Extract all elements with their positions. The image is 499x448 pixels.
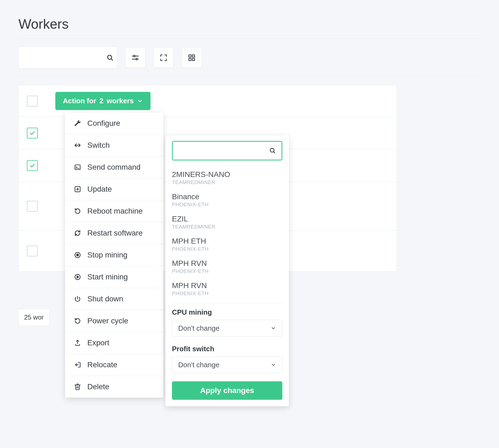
divider: [18, 38, 481, 39]
actions-dropdown: Configure Switch Send command Update Reb…: [65, 112, 163, 398]
action-shut-down[interactable]: Shut down: [65, 288, 163, 310]
relocate-icon: [74, 361, 81, 368]
svg-rect-11: [75, 165, 80, 169]
profit-switch-select[interactable]: Don't change: [172, 356, 282, 373]
pool-option[interactable]: MPH ETH PHOENIX-ETH: [172, 235, 282, 257]
action-label: Delete: [87, 382, 109, 391]
action-label: Relocate: [87, 360, 117, 369]
expand-button[interactable]: [153, 48, 174, 68]
worker-checkbox[interactable]: [27, 246, 38, 256]
action-label: Send command: [87, 163, 140, 172]
action-for-workers-button[interactable]: Action for 2 workers: [55, 92, 151, 110]
pool-search-box[interactable]: [172, 141, 282, 160]
pool-option[interactable]: MPH RVN PHOENIX-ETH: [172, 257, 282, 279]
action-label: Shut down: [87, 295, 123, 303]
action-export[interactable]: Export: [65, 332, 163, 354]
action-label: Stop mining: [87, 251, 127, 259]
trash-icon: [74, 383, 81, 390]
grid-view-button[interactable]: [182, 48, 202, 68]
pool-name: MPH RVN: [172, 281, 282, 290]
action-count: 2: [100, 97, 103, 105]
pool-option[interactable]: Binance PHOENIX-ETH: [172, 190, 282, 212]
pool-search-input[interactable]: [178, 147, 269, 154]
power-cycle-icon: [74, 317, 81, 324]
pool-name: EZIL: [172, 215, 282, 223]
swap-icon: [74, 142, 81, 149]
worker-checkbox[interactable]: [27, 128, 38, 138]
action-label: Start mining: [87, 273, 128, 281]
action-configure[interactable]: Configure: [65, 112, 163, 134]
svg-point-5: [136, 58, 137, 60]
wrench-icon: [74, 120, 81, 127]
pool-option[interactable]: MPH RVN PHOENIX-ETH: [172, 279, 282, 301]
toolbar: [18, 47, 481, 77]
worker-search-input[interactable]: [25, 54, 106, 62]
svg-rect-17: [77, 254, 79, 256]
per-page-label: 25 wor: [24, 314, 44, 321]
page-title: Workers: [18, 16, 481, 32]
worker-checkbox[interactable]: [27, 201, 38, 212]
action-suffix: workers: [107, 97, 134, 105]
pool-name: Binance: [172, 192, 282, 201]
pool-miner: PHOENIX-ETH: [172, 291, 282, 296]
apply-changes-button[interactable]: Apply changes: [172, 381, 282, 400]
action-label: Configure: [87, 119, 120, 128]
search-icon: [106, 54, 114, 62]
action-label: Power cycle: [87, 317, 128, 325]
svg-line-1: [111, 59, 113, 60]
chevron-down-icon: [137, 98, 143, 104]
svg-rect-7: [192, 55, 194, 57]
action-power-cycle[interactable]: Power cycle: [65, 310, 163, 332]
action-relocate[interactable]: Relocate: [65, 354, 163, 376]
pool-miner: PHOENIX-ETH: [172, 268, 282, 274]
action-label: Switch: [87, 141, 110, 150]
expand-icon: [160, 54, 167, 62]
divider: [172, 303, 282, 303]
chevron-down-icon: [271, 325, 276, 331]
action-delete[interactable]: Delete: [65, 376, 163, 398]
grid-icon: [188, 54, 196, 62]
svg-line-26: [273, 152, 275, 153]
update-icon: [74, 186, 81, 193]
select-all-checkbox[interactable]: [27, 96, 38, 107]
pool-miner: PHOENIX-ETH: [172, 246, 282, 252]
export-icon: [74, 339, 81, 346]
action-stop-mining[interactable]: Stop mining: [65, 244, 163, 266]
pool-name: MPH ETH: [172, 237, 282, 246]
svg-rect-6: [189, 55, 191, 57]
action-restart-software[interactable]: Restart software: [65, 222, 163, 244]
action-label: Export: [87, 339, 109, 347]
workers-header-row: Action for 2 workers: [19, 85, 396, 117]
reboot-icon: [74, 208, 81, 215]
pool-option[interactable]: 2MINERS-NANO TEAMREDMINER: [172, 168, 282, 190]
pool-miner: TEAMREDMINER: [172, 179, 282, 185]
svg-rect-8: [189, 58, 191, 60]
action-switch[interactable]: Switch: [65, 134, 163, 156]
action-label: Reboot machine: [87, 207, 143, 215]
action-prefix: Action for: [63, 97, 96, 105]
svg-marker-19: [77, 276, 79, 278]
cpu-mining-label: CPU mining: [172, 308, 282, 317]
svg-rect-9: [192, 58, 194, 60]
action-label: Restart software: [87, 229, 143, 237]
power-icon: [74, 295, 81, 302]
cpu-mining-select[interactable]: Don't change: [172, 320, 282, 337]
pool-name: MPH RVN: [172, 259, 282, 268]
action-send-command[interactable]: Send command: [65, 156, 163, 178]
chevron-down-icon: [271, 362, 276, 368]
per-page-select[interactable]: 25 wor: [18, 309, 49, 326]
pool-name: 2MINERS-NANO: [172, 170, 282, 179]
cpu-mining-value: Don't change: [178, 324, 219, 333]
worker-search-box[interactable]: [18, 47, 117, 69]
action-reboot-machine[interactable]: Reboot machine: [65, 200, 163, 222]
action-update[interactable]: Update: [65, 178, 163, 200]
profit-switch-label: Profit switch: [172, 345, 282, 353]
pool-option[interactable]: EZIL TEAMREDMINER: [172, 212, 282, 235]
filters-button[interactable]: [125, 48, 145, 68]
worker-checkbox[interactable]: [27, 160, 38, 171]
switch-panel: 2MINERS-NANO TEAMREDMINER Binance PHOENI…: [165, 136, 289, 406]
restart-icon: [74, 230, 81, 237]
profit-switch-value: Don't change: [178, 361, 219, 369]
action-start-mining[interactable]: Start mining: [65, 266, 163, 288]
search-icon: [269, 147, 276, 154]
